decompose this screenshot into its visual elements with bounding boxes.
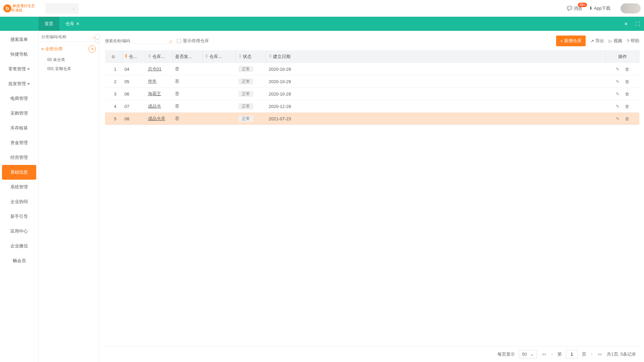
list-icon: ≡ xyxy=(41,47,44,52)
warehouse-link[interactable]: 成品仓库 xyxy=(148,116,165,121)
sidebar-item[interactable]: 批发管理 xyxy=(0,76,38,91)
collapse-panel-button[interactable]: « xyxy=(95,35,100,43)
sidebar-item[interactable]: 畅会员 xyxy=(0,253,38,268)
edit-button[interactable]: ✎ xyxy=(614,67,621,72)
sidebar-item[interactable]: 系统管理 xyxy=(0,180,38,194)
app-download-label: App下载 xyxy=(594,5,610,11)
export-button[interactable]: ↗ 导出 xyxy=(590,38,604,44)
fullscreen-button[interactable]: ⛶ xyxy=(634,20,641,27)
row-code: 08 xyxy=(122,113,145,125)
col-status[interactable]: ▲▼状态 xyxy=(236,50,266,63)
warehouse-link[interactable]: 华丰 xyxy=(148,79,157,84)
category-node[interactable]: 00 未分类 xyxy=(47,55,96,64)
table-row[interactable]: 104总仓01否正常2020-10-29✎🗑 xyxy=(105,63,639,75)
main-sidebar: 搜索菜单快捷导航零售管理批发管理电商管理采购管理库存核算资金管理经营管理基础信息… xyxy=(0,31,39,362)
search-icon[interactable]: ⌕ xyxy=(169,38,172,44)
sidebar-item[interactable]: 应用中心 xyxy=(0,224,38,239)
row-status: 正常 xyxy=(236,100,266,113)
table-row[interactable]: 508成品仓库否正常2021-07-23✎🗑 xyxy=(105,113,639,125)
row-name: 华丰 xyxy=(145,75,172,88)
table-search-input[interactable] xyxy=(105,39,169,43)
row-code: 06 xyxy=(122,88,145,100)
delete-button[interactable]: 🗑 xyxy=(624,116,631,121)
sidebar-item[interactable]: 企业微信 xyxy=(0,239,38,253)
sidebar-item[interactable]: 零售管理 xyxy=(0,62,38,76)
video-button[interactable]: ▷ 视频 xyxy=(609,38,622,44)
brand-line1: 畅捷通好生意 xyxy=(13,4,35,8)
delete-button[interactable]: 🗑 xyxy=(624,92,631,97)
sidebar-item[interactable]: 企业协同 xyxy=(0,194,38,209)
show-disabled-checkbox[interactable]: 显示停用仓库 xyxy=(177,38,209,44)
row-deliver: 否 xyxy=(172,113,202,125)
category-all[interactable]: ≡ 全部分类 xyxy=(41,46,63,52)
col-name[interactable]: ▲▼仓库... xyxy=(145,50,172,63)
add-warehouse-button[interactable]: + 新增仓库 xyxy=(556,36,586,46)
col-date[interactable]: ▲▼建立日期 xyxy=(266,50,606,63)
row-deliver: 否 xyxy=(172,75,202,88)
chevron-right-icon: › xyxy=(591,352,592,357)
export-icon: ↗ xyxy=(590,39,594,44)
user-avatar[interactable] xyxy=(621,3,641,13)
col-code[interactable]: ▲▼仓... xyxy=(122,50,145,63)
row-deliver: 否 xyxy=(172,88,202,100)
tab-warehouse-label: 仓库 xyxy=(65,21,74,27)
per-page-select[interactable]: 50 ⌄ xyxy=(519,350,537,358)
edit-button[interactable]: ✎ xyxy=(614,79,621,84)
warehouse-link[interactable]: 海霸王 xyxy=(148,91,161,96)
help-button[interactable]: ? 帮助 xyxy=(627,38,639,44)
sidebar-item[interactable]: 库存核算 xyxy=(0,121,38,135)
col-actions: 操作 xyxy=(606,50,639,63)
delete-button[interactable]: 🗑 xyxy=(624,104,631,109)
tab-home[interactable]: 首页 xyxy=(39,17,59,31)
row-manager xyxy=(202,88,236,100)
sidebar-item[interactable]: 搜索菜单 xyxy=(0,32,38,47)
edit-button[interactable]: ✎ xyxy=(614,116,621,121)
pagination: 每页显示 50 ⌄ ⏮ ‹ 第 页 › ⏭ 共1页, 5条记录 xyxy=(105,346,639,362)
page-last-button[interactable]: ⏭ xyxy=(597,352,603,357)
warehouse-link[interactable]: 总仓01 xyxy=(148,66,161,71)
sidebar-item-label: 企业微信 xyxy=(10,243,28,249)
messages-link[interactable]: 💬 消息 99+ xyxy=(567,5,582,11)
sidebar-item[interactable]: 基础信息 xyxy=(2,165,36,180)
delete-button[interactable]: 🗑 xyxy=(624,79,631,84)
status-badge: 正常 xyxy=(238,66,253,72)
tab-warehouse[interactable]: 仓库 ✕ xyxy=(59,17,86,31)
table-row[interactable]: 205华丰否正常2020-10-29✎🗑 xyxy=(105,75,639,88)
delete-button[interactable]: 🗑 xyxy=(624,67,631,72)
sidebar-item[interactable]: 新手引导 xyxy=(0,209,38,224)
category-edit-button[interactable]: ✎ xyxy=(89,45,96,53)
app-download-link[interactable]: ⬇ App下载 xyxy=(589,5,610,11)
warehouse-link[interactable]: 成品仓 xyxy=(148,104,161,109)
sidebar-item[interactable]: 资金管理 xyxy=(0,135,38,150)
messages-badge: 99+ xyxy=(578,3,587,7)
sidebar-item[interactable]: 电商管理 xyxy=(0,91,38,106)
page-next-button[interactable]: › xyxy=(590,352,593,357)
edit-button[interactable]: ✎ xyxy=(614,92,621,97)
row-index: 5 xyxy=(105,113,122,125)
close-icon[interactable]: ✕ xyxy=(76,21,79,26)
category-node[interactable]: 001 安顺仓库 xyxy=(47,64,96,73)
close-icon: ✕ xyxy=(624,21,628,26)
row-index: 4 xyxy=(105,100,122,113)
page-prev-button[interactable]: ‹ xyxy=(551,352,553,357)
category-all-label: 全部分类 xyxy=(45,46,63,52)
sidebar-item[interactable]: 采购管理 xyxy=(0,106,38,121)
pencil-icon: ✎ xyxy=(616,104,620,109)
page-input[interactable] xyxy=(566,350,578,358)
company-selector[interactable]: ⌄ xyxy=(45,3,79,14)
edit-button[interactable]: ✎ xyxy=(614,104,621,109)
page-first-button[interactable]: ⏮ xyxy=(541,352,547,357)
category-search-input[interactable] xyxy=(41,35,93,39)
row-name: 成品仓库 xyxy=(145,113,172,125)
col-settings[interactable]: ⚙ xyxy=(105,50,122,63)
sidebar-item[interactable]: 经营管理 xyxy=(0,150,38,165)
table-row[interactable]: 407成品仓否正常2020-12-28✎🗑 xyxy=(105,100,639,113)
table-row[interactable]: 306海霸王否正常2020-10-29✎🗑 xyxy=(105,88,639,100)
sidebar-item-label: 新手引导 xyxy=(10,214,28,220)
tab-close-all-button[interactable]: ✕ xyxy=(623,20,629,27)
col-deliver[interactable]: 是否发... xyxy=(172,50,202,63)
col-manager[interactable]: ▲▼仓库... xyxy=(202,50,236,63)
sidebar-item[interactable]: 快捷导航 xyxy=(0,47,38,62)
row-code: 05 xyxy=(122,75,145,88)
sidebar-item-label: 批发管理 xyxy=(8,81,26,87)
